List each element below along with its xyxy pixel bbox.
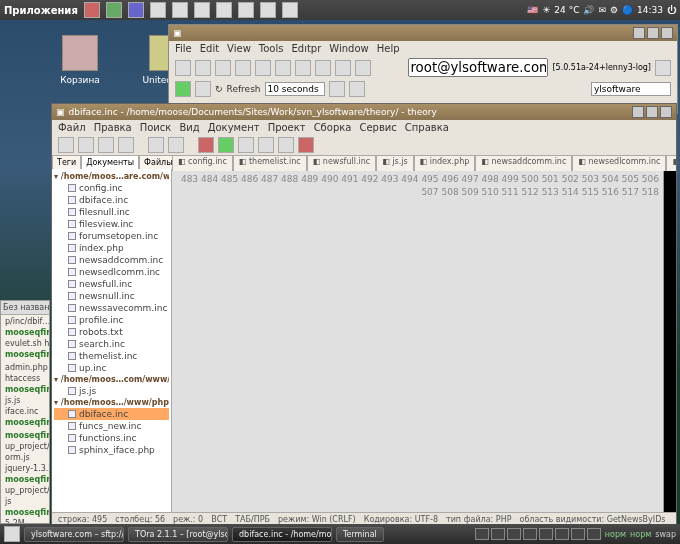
tree-file[interactable]: dbiface.inc xyxy=(54,408,169,420)
stop-button[interactable] xyxy=(195,81,211,97)
clock[interactable]: 14:33 xyxy=(637,5,663,15)
menu-item[interactable]: Документ xyxy=(208,122,260,133)
tree-file[interactable]: themelist.inc xyxy=(54,350,169,362)
menu-item[interactable]: Файл xyxy=(58,122,86,133)
menu-item[interactable]: Help xyxy=(377,43,400,54)
panel-icon[interactable] xyxy=(238,2,254,18)
editor-tab[interactable]: ◧ index.php xyxy=(414,155,476,171)
menu-item[interactable]: Window xyxy=(329,43,368,54)
menu-item[interactable]: View xyxy=(227,43,251,54)
run-button[interactable] xyxy=(175,81,191,97)
schema-combo[interactable] xyxy=(591,82,671,96)
refresh-icon[interactable]: ↻ xyxy=(215,84,223,94)
toolbar-button[interactable] xyxy=(175,60,191,76)
connection-combo[interactable] xyxy=(408,58,548,77)
source-code[interactable]: // Делаем входные данные безопасными $id… xyxy=(664,171,676,512)
editor-tab[interactable]: ◧ newsaddcomm.inc xyxy=(475,155,572,171)
panel-icon[interactable] xyxy=(216,2,232,18)
tree-file[interactable]: newsedlcomm.inc xyxy=(54,266,169,278)
tree-file[interactable]: robots.txt xyxy=(54,326,169,338)
menu-item[interactable]: Поиск xyxy=(140,122,172,133)
sidebar-tab[interactable]: Теги xyxy=(52,155,81,169)
tora-titlebar[interactable]: ▣ xyxy=(169,25,677,41)
tree-file[interactable]: config.inc xyxy=(54,182,169,194)
tree-file[interactable]: sphinx_iface.php xyxy=(54,444,169,456)
menu-item[interactable]: Проект xyxy=(268,122,306,133)
workspace-pager[interactable] xyxy=(475,528,601,540)
applications-menu[interactable]: Приложения xyxy=(4,5,78,16)
toolbar-button[interactable] xyxy=(315,60,331,76)
tree-file[interactable]: newsnull.inc xyxy=(54,290,169,302)
tree-file[interactable]: js.js xyxy=(54,385,169,397)
toolbar-button[interactable] xyxy=(275,60,291,76)
tree-file[interactable]: search.inc xyxy=(54,338,169,350)
toolbar-button[interactable] xyxy=(195,60,211,76)
tree-file[interactable]: filesview.inc xyxy=(54,218,169,230)
close-button[interactable] xyxy=(661,27,673,39)
menu-item[interactable]: Сборка xyxy=(314,122,352,133)
file-tree[interactable]: ▾ /home/moos…are.com/wwwconfig.incdbifac… xyxy=(52,169,171,512)
taskbar-task[interactable]: Terminal xyxy=(336,527,384,542)
tree-file[interactable]: index.php xyxy=(54,242,169,254)
tray-icon[interactable]: 🔊 xyxy=(583,5,594,15)
toolbar-button[interactable] xyxy=(655,60,671,76)
tree-file[interactable]: up.inc xyxy=(54,362,169,374)
panel-icon[interactable] xyxy=(106,2,122,18)
editor-tab[interactable]: ◧ newssavecomm.inc xyxy=(666,155,676,171)
toolbar-button[interactable] xyxy=(278,137,294,153)
weather-icon[interactable]: ☀ xyxy=(542,5,550,15)
tree-file[interactable]: dbiface.inc xyxy=(54,194,169,206)
tree-file[interactable]: funcs_new.inc xyxy=(54,420,169,432)
shutdown-icon[interactable]: ⏻ xyxy=(667,5,676,15)
toolbar-button[interactable] xyxy=(215,60,231,76)
tray-icon[interactable]: ✉ xyxy=(598,5,606,15)
editor-tab[interactable]: ◧ newsfull.inc xyxy=(307,155,376,171)
menu-item[interactable]: Правка xyxy=(94,122,132,133)
taskbar-task[interactable]: TOra 2.1.1 – [root@ylsoft… xyxy=(128,527,228,542)
toolbar-button[interactable] xyxy=(298,137,314,153)
toolbar-button[interactable] xyxy=(235,60,251,76)
taskbar-task[interactable]: ylsoftware.com – sftp://… xyxy=(24,527,124,542)
editor-tab[interactable]: ◧ config.inc xyxy=(172,155,233,171)
tray-icon[interactable]: ⚙ xyxy=(610,5,618,15)
maximize-button[interactable] xyxy=(646,106,658,118)
close-button[interactable] xyxy=(660,106,672,118)
tree-file[interactable]: functions.inc xyxy=(54,432,169,444)
panel-icon[interactable] xyxy=(150,2,166,18)
tree-file[interactable]: newsfull.inc xyxy=(54,278,169,290)
minimize-button[interactable] xyxy=(633,27,645,39)
undo-button[interactable] xyxy=(148,137,164,153)
toolbar-button[interactable] xyxy=(335,60,351,76)
menu-item[interactable]: Вид xyxy=(179,122,199,133)
menu-item[interactable]: Edıtрr xyxy=(291,43,321,54)
panel-icon[interactable] xyxy=(128,2,144,18)
geany-titlebar[interactable]: ▣ dbiface.inc - /home/moose/Documents/Si… xyxy=(52,104,676,120)
show-desktop-button[interactable] xyxy=(4,526,20,542)
sidebar-tab[interactable]: Документы xyxy=(81,155,139,169)
toolbar-button[interactable] xyxy=(355,60,371,76)
tree-folder[interactable]: ▾ /home/moos…com/www/js xyxy=(54,374,169,385)
new-file-button[interactable] xyxy=(58,137,74,153)
menu-item[interactable]: Справка xyxy=(405,122,449,133)
toolbar-button[interactable] xyxy=(238,137,254,153)
toolbar-button[interactable] xyxy=(255,60,271,76)
panel-icon[interactable] xyxy=(84,2,100,18)
editor-tab[interactable]: ◧ js.js xyxy=(376,155,413,171)
tree-folder[interactable]: ▾ /home/moos…/www/phpinc xyxy=(54,397,169,408)
panel-icon[interactable] xyxy=(282,2,298,18)
tree-file[interactable]: filesnull.inc xyxy=(54,206,169,218)
refresh-interval[interactable] xyxy=(265,82,325,96)
menu-item[interactable]: Edit xyxy=(200,43,219,54)
panel-icon[interactable] xyxy=(194,2,210,18)
menu-item[interactable]: File xyxy=(175,43,192,54)
editor-tab[interactable]: ◧ themelist.inc xyxy=(233,155,307,171)
tray-icon[interactable]: 🔵 xyxy=(622,5,633,15)
build-button[interactable] xyxy=(198,137,214,153)
flag-icon[interactable]: 🇺🇸 xyxy=(527,5,538,15)
tree-file[interactable]: forumsetopen.inc xyxy=(54,230,169,242)
toolbar-button[interactable] xyxy=(329,81,345,97)
panel-icon[interactable] xyxy=(260,2,276,18)
panel-icon[interactable] xyxy=(172,2,188,18)
open-button[interactable] xyxy=(78,137,94,153)
tree-file[interactable]: newssavecomm.inc xyxy=(54,302,169,314)
